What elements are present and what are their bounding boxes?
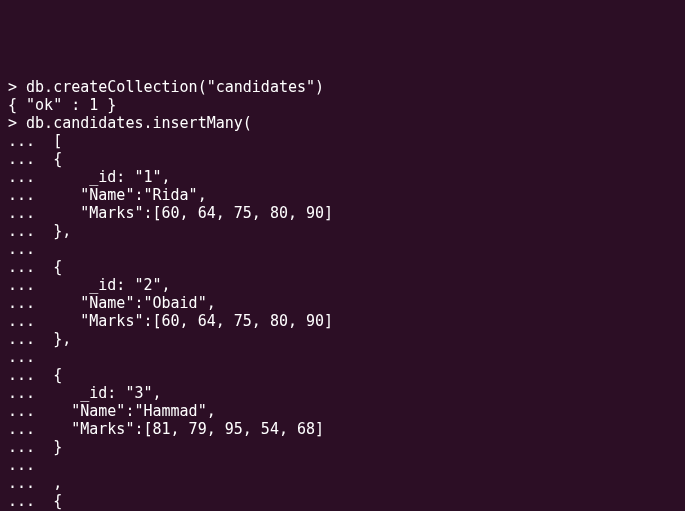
terminal-line: ... "Marks":[60, 64, 75, 80, 90] (8, 312, 677, 330)
terminal-line: > db.createCollection("candidates") (8, 78, 677, 96)
terminal-line: ... { (8, 366, 677, 384)
terminal-line: ... _id: "3", (8, 384, 677, 402)
terminal-line: { "ok" : 1 } (8, 96, 677, 114)
terminal-line: ... "Name":"Obaid", (8, 294, 677, 312)
terminal-line: ... (8, 240, 677, 258)
terminal-line: ... "Name":"Hammad", (8, 402, 677, 420)
terminal-line: ... { (8, 150, 677, 168)
terminal-line: ... } (8, 438, 677, 456)
terminal-line: > db.candidates.insertMany( (8, 114, 677, 132)
terminal-line: ... (8, 456, 677, 474)
terminal-line: ... _id: "2", (8, 276, 677, 294)
terminal-line: ... "Marks":[81, 79, 95, 54, 68] (8, 420, 677, 438)
terminal-line: ... "Marks":[60, 64, 75, 80, 90] (8, 204, 677, 222)
terminal-line: ... , (8, 474, 677, 492)
terminal-line: ... (8, 348, 677, 366)
terminal-line: ... [ (8, 132, 677, 150)
terminal-line: ... }, (8, 222, 677, 240)
terminal-line: ... { (8, 258, 677, 276)
terminal-line: ... "Name":"Rida", (8, 186, 677, 204)
terminal-line: ... _id: "1", (8, 168, 677, 186)
terminal-line: ... { (8, 492, 677, 510)
terminal-line: ... }, (8, 330, 677, 348)
terminal-output[interactable]: > db.createCollection("candidates"){ "ok… (8, 78, 677, 511)
